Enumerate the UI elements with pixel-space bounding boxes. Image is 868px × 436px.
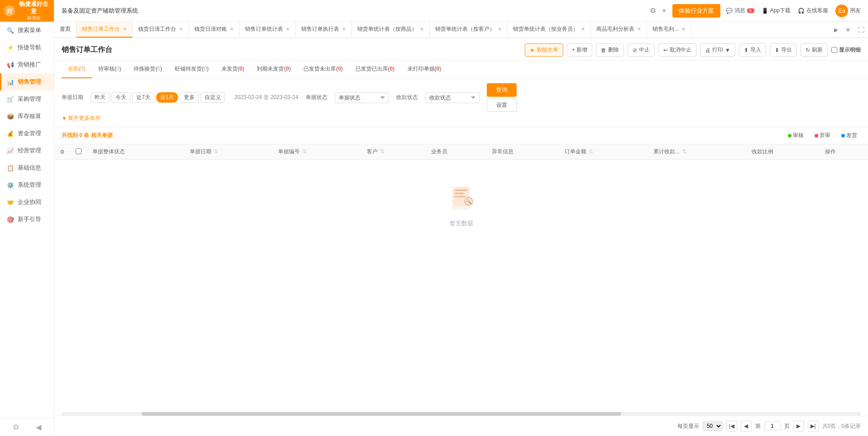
scrollbar-thumb[interactable] bbox=[142, 412, 621, 416]
sidebar-item-system[interactable]: ⚙️ 系统管理 bbox=[0, 176, 54, 194]
last-page-button[interactable]: ▶| bbox=[808, 421, 819, 431]
date-btn-1month[interactable]: 近1月 bbox=[156, 92, 178, 103]
tab-sales-more[interactable]: 销售毛利... ✕ bbox=[647, 22, 691, 38]
tab-close-icon[interactable]: ✕ bbox=[420, 26, 424, 32]
col-settings[interactable]: ⚙ bbox=[54, 144, 70, 160]
settings-icon[interactable]: ⚙ bbox=[13, 423, 19, 431]
sub-tab-not-printed[interactable]: 未打印单据(0) bbox=[401, 61, 448, 78]
date-btn-7days[interactable]: 近7天 bbox=[132, 92, 154, 103]
delete-button[interactable]: 🗑 删除 bbox=[596, 43, 624, 57]
sub-tab-shipped-out[interactable]: 已发货已出库(0) bbox=[349, 61, 401, 78]
app-download-item[interactable]: 📱 App下载 bbox=[762, 7, 791, 14]
col-number[interactable]: 单据编号 ⇅ bbox=[273, 144, 361, 160]
collapse-icon[interactable]: ◀ bbox=[36, 423, 41, 431]
expand-more-button[interactable]: ▼ 展开更多条件 bbox=[62, 114, 861, 122]
set-button[interactable]: 设置 bbox=[487, 99, 517, 112]
new-button[interactable]: + 新增 bbox=[567, 43, 592, 57]
tab-sales-exec[interactable]: 销售订单执行表 ✕ bbox=[296, 22, 352, 38]
tab-cash-daily[interactable]: 钱货日清工作台 ✕ bbox=[133, 22, 189, 38]
sidebar-item-quick-nav[interactable]: ⚡ 快捷导航 bbox=[0, 39, 54, 56]
sidebar-item-base[interactable]: 📋 基础信息 bbox=[0, 159, 54, 176]
horizontal-scrollbar[interactable] bbox=[62, 412, 861, 416]
message-item[interactable]: 💬 消息 6 bbox=[726, 7, 754, 14]
page-input[interactable] bbox=[764, 422, 781, 431]
sub-tab-all[interactable]: 全部(0) bbox=[62, 61, 92, 78]
tab-sales-summary-staff[interactable]: 销货单统计表（按业务员） ✕ bbox=[508, 22, 591, 38]
sidebar-item-guide[interactable]: 🎯 新手引导 bbox=[0, 211, 54, 228]
tab-sales-order-workbench[interactable]: 销售订单工作台 ✕ bbox=[77, 22, 133, 38]
col-customer[interactable]: 客户 ⇅ bbox=[361, 144, 426, 160]
query-button[interactable]: 查询 bbox=[487, 83, 517, 97]
solution-button[interactable]: 体验行业方案 bbox=[672, 4, 720, 18]
tab-cash-reconcile[interactable]: 钱货日清对账 ✕ bbox=[189, 22, 240, 38]
tab-sales-summary-customer[interactable]: 销货单统计表（按客户） ✕ bbox=[430, 22, 508, 38]
sidebar-item-label: 库存核算 bbox=[18, 112, 41, 120]
tab-sales-summary-product[interactable]: 销货单统计表（按商品） ✕ bbox=[352, 22, 430, 38]
sub-tab-shipped-not-out[interactable]: 已发货未出库(0) bbox=[297, 61, 349, 78]
date-btn-more[interactable]: 更多 bbox=[180, 92, 199, 103]
print-button[interactable]: 🖨 打印 ▼ bbox=[700, 43, 735, 57]
sub-tab-not-shipped[interactable]: 未发货(0) bbox=[215, 61, 251, 78]
date-btn-yesterday[interactable]: 昨天 bbox=[91, 92, 110, 103]
tabs-more-button[interactable]: ▶ bbox=[830, 22, 842, 38]
tab-close-icon[interactable]: ✕ bbox=[179, 26, 183, 32]
logo-text: 畅捷通好生意 bbox=[17, 0, 50, 14]
sub-tab-wangpu[interactable]: 旺铺待发货(0) bbox=[168, 61, 215, 78]
sidebar-item-search[interactable]: 🔍 搜索菜单 bbox=[0, 22, 54, 39]
sub-tab-expired-not-shipped[interactable]: 到期未发货(0) bbox=[250, 61, 297, 78]
tab-close-icon[interactable]: ✕ bbox=[230, 26, 234, 32]
tab-close-icon[interactable]: ✕ bbox=[681, 26, 686, 32]
col-date[interactable]: 单据日期 ⇅ bbox=[184, 144, 273, 160]
abort-button[interactable]: ⊘ 中止 bbox=[628, 43, 655, 57]
col-checkbox[interactable] bbox=[70, 144, 87, 160]
date-btn-custom[interactable]: 自定义 bbox=[201, 92, 225, 103]
user-item[interactable]: Ea 用友 bbox=[835, 5, 861, 17]
payment-filter-select[interactable]: 收款状态 bbox=[425, 92, 480, 103]
import-button[interactable]: ⬆ 导入 bbox=[739, 43, 766, 57]
un-review-action-button[interactable]: 弃审 bbox=[811, 131, 834, 140]
settings-icon[interactable]: ⚙ bbox=[650, 6, 656, 15]
support-item[interactable]: 🎧 在线客服 bbox=[798, 7, 828, 14]
cancel-abort-button[interactable]: ↩ 取消中止 bbox=[658, 43, 696, 57]
date-btn-today[interactable]: 今天 bbox=[111, 92, 130, 103]
tab-home[interactable]: 首页 bbox=[54, 22, 77, 38]
show-detail-label[interactable]: 显示明细 bbox=[831, 46, 861, 54]
refresh-button[interactable]: ↻ 刷新 bbox=[801, 43, 828, 57]
tab-action-maximize-btn[interactable]: ⛶ bbox=[854, 26, 868, 33]
sidebar-item-enterprise[interactable]: 🤝 企业协同 bbox=[0, 194, 54, 211]
col-received[interactable]: 累计收款... ⇅ bbox=[648, 144, 747, 160]
tab-close-icon[interactable]: ✕ bbox=[581, 26, 585, 32]
tab-close-icon[interactable]: ✕ bbox=[286, 26, 290, 32]
sidebar-item-marketing[interactable]: 📢 营销推广 bbox=[0, 56, 54, 73]
sidebar-item-operations[interactable]: 📈 经营管理 bbox=[0, 142, 54, 159]
chevron-down-icon[interactable]: ▼ bbox=[662, 8, 667, 14]
sidebar-item-finance[interactable]: 💰 资金管理 bbox=[0, 125, 54, 142]
tab-label: 商品毛利分析表 bbox=[596, 25, 634, 33]
sub-tab-pending-review[interactable]: 待审核(0) bbox=[92, 61, 128, 78]
tab-sales-stats[interactable]: 销售订单统计表 ✕ bbox=[240, 22, 296, 38]
tab-close-icon[interactable]: ✕ bbox=[123, 26, 127, 32]
sub-tab-pending-inspect[interactable]: 待拣验货(0) bbox=[127, 61, 168, 78]
table-scroll-container[interactable]: ⚙ 单据整体状态 单据日期 ⇅ 单据编号 ⇅ bbox=[54, 144, 868, 412]
status-filter-select[interactable]: 单据状态 bbox=[335, 92, 389, 103]
per-page-select[interactable]: 50 bbox=[703, 421, 723, 431]
select-all-checkbox[interactable] bbox=[76, 148, 82, 154]
sidebar-item-sales[interactable]: 📊 销售管理 bbox=[0, 73, 54, 90]
sidebar-item-purchase[interactable]: 🛒 采购管理 bbox=[0, 90, 54, 108]
smart-create-button[interactable]: ★ 智能生单 bbox=[525, 43, 563, 57]
review-action-button[interactable]: 审核 bbox=[784, 131, 807, 140]
col-amount[interactable]: 订单金额 ⇅ bbox=[559, 144, 647, 160]
tab-close-icon[interactable]: ✕ bbox=[498, 26, 502, 32]
tab-close-icon[interactable]: ✕ bbox=[342, 26, 346, 32]
prev-page-button[interactable]: ◀ bbox=[741, 421, 752, 431]
export-button[interactable]: ⬇ 导出 bbox=[770, 43, 797, 57]
tab-close-icon[interactable]: ✕ bbox=[637, 26, 641, 32]
filter-area: 单据日期 昨天 今天 近7天 近1月 更多 自定义 2023-02-24 至 2… bbox=[54, 79, 868, 127]
show-detail-checkbox[interactable] bbox=[831, 47, 837, 53]
first-page-button[interactable]: |◀ bbox=[726, 421, 737, 431]
ship-action-button[interactable]: 发货 bbox=[838, 131, 861, 140]
tab-profit[interactable]: 商品毛利分析表 ✕ bbox=[591, 22, 647, 38]
tab-action-close-btn[interactable]: ✕ bbox=[842, 26, 854, 33]
sidebar-item-inventory[interactable]: 📦 库存核算 bbox=[0, 108, 54, 125]
next-page-button[interactable]: ▶ bbox=[793, 421, 804, 431]
